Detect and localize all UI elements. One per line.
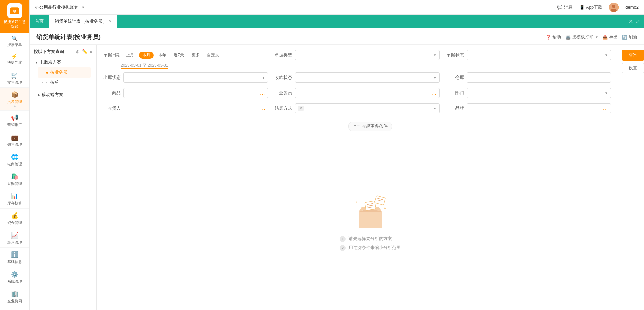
sidebar-item-enterprise[interactable]: 🏢 企业协同 xyxy=(0,287,29,306)
sidebar-item-marketing[interactable]: 📢 营销推广 xyxy=(0,111,29,130)
mobile-scheme-header[interactable]: ▶ 移动端方案 xyxy=(32,90,94,100)
date-more-button[interactable]: 更多 xyxy=(189,51,202,59)
help-button[interactable]: ❓ 帮助 xyxy=(546,34,561,40)
sidebar-item-operation[interactable]: 📈 经营管理 xyxy=(0,228,29,248)
print-button[interactable]: 🖨️ 按模板打印 ▼ xyxy=(565,34,598,40)
scheme-item-salesman[interactable]: ● 按业务员 xyxy=(38,67,91,78)
collapse-button[interactable]: ⌃⌃ 收起更多条件 xyxy=(348,122,392,131)
department-select[interactable]: ▼ xyxy=(467,88,611,98)
docstatus-arrow-icon: ▼ xyxy=(605,53,608,57)
left-panel: 按以下方案查询 ⊕ ✏️ « ▼ 电脑端方案 xyxy=(30,45,97,310)
docstatus-select[interactable]: ▼ xyxy=(467,50,611,60)
enterprise-icon: 🏢 xyxy=(11,290,18,298)
date-7days-button[interactable]: 近7天 xyxy=(171,51,187,59)
export-icon: 📤 xyxy=(602,35,608,40)
warehouse-label: 仓库 xyxy=(446,74,464,81)
sidebar-item-purchase[interactable]: 🛍️ 采购管理 xyxy=(0,169,29,189)
print-dropdown-icon[interactable]: ▼ xyxy=(595,35,598,39)
sidebar-item-inventory[interactable]: 📊 库存核算 xyxy=(0,189,29,208)
user-avatar[interactable] xyxy=(609,3,619,12)
sidebar-item-newbie[interactable]: 🎓 新手引导 xyxy=(0,306,29,310)
product-label: 商品 xyxy=(103,90,121,96)
settings-button[interactable]: 设置 xyxy=(622,63,644,73)
receiver-label: 收货人 xyxy=(103,105,121,111)
breadcrumb-text: 办公用品行业模拟账套 xyxy=(35,4,78,10)
sidebar-item-label: 库存核算 xyxy=(7,201,22,205)
sidebar-item-finance[interactable]: 💰 资金管理 xyxy=(0,209,29,228)
tab-close-button[interactable]: × xyxy=(109,19,111,24)
payment-label: 收款状态 xyxy=(275,74,292,81)
edit-scheme-button[interactable]: ✏️ xyxy=(82,49,88,54)
svg-text:✦: ✦ xyxy=(355,200,358,204)
sidebar-item-ecommerce[interactable]: 🌐 电商管理 xyxy=(0,150,29,169)
tab-expand-button[interactable]: ⤢ xyxy=(636,18,640,25)
department-arrow-icon: ▼ xyxy=(605,91,608,95)
collapse-panel-button[interactable]: « xyxy=(90,49,92,54)
date-custom-button[interactable]: 自定义 xyxy=(204,51,222,59)
content-area: 销货单统计表(按业务员) ❓ 帮助 🖨️ 按模板打印 ▼ 📤 导出 xyxy=(30,28,644,310)
collapse-bar: ⌃⌃ 收起更多条件 xyxy=(97,119,644,134)
settlement-select[interactable]: × ▼ xyxy=(295,103,439,113)
warehouse-select[interactable]: … xyxy=(467,72,611,83)
filter-row-1: 单据日期 上月 本月 本年 近7天 更多 自定义 xyxy=(103,50,611,60)
filter-section-wrapper: 单据日期 上月 本月 本年 近7天 更多 自定义 xyxy=(97,45,644,119)
desktop-scheme-label: 电脑端方案 xyxy=(40,59,61,65)
sidebar-item-wholesale[interactable]: 📦 批发管理 ▲ xyxy=(0,88,29,111)
add-scheme-button[interactable]: ⊕ xyxy=(76,49,80,54)
collapse-icon: ⌃⌃ xyxy=(353,124,360,129)
quicknav-item[interactable]: ⚡ 快捷导航 xyxy=(0,50,29,68)
tab-active[interactable]: 销货单统计表（按业务员） × xyxy=(49,15,117,28)
doctype-arrow-icon: ▼ xyxy=(433,53,437,57)
receiver-select[interactable]: … xyxy=(123,103,268,113)
doctype-select[interactable]: ▼ xyxy=(295,50,439,60)
query-button[interactable]: 查询 xyxy=(622,50,644,61)
arrow-icon: ▲ xyxy=(13,104,17,108)
sidebar-item-basic[interactable]: ℹ️ 基础信息 xyxy=(0,248,29,267)
outstatus-select[interactable]: ▼ xyxy=(123,72,268,83)
product-dots-icon[interactable]: … xyxy=(260,90,265,96)
sidebar-logo[interactable]: 畅 畅捷通好生意 标账 xyxy=(0,0,29,33)
warehouse-dots-icon[interactable]: … xyxy=(603,74,608,81)
brand-select[interactable]: … xyxy=(467,103,611,113)
product-select[interactable]: … xyxy=(123,88,268,98)
message-label: 消息 xyxy=(564,4,573,10)
collapse-label: 收起更多条件 xyxy=(362,123,388,130)
receiver-dots-icon[interactable]: … xyxy=(260,105,265,111)
step1-text: 请先选择要分析的方案 xyxy=(348,236,392,242)
date-label: 单据日期 xyxy=(103,52,121,58)
desktop-scheme-items: ● 按业务员 ⋮⋮ 按单 xyxy=(32,67,94,87)
refresh-button[interactable]: 🔄 刷新 xyxy=(622,34,637,40)
salesman-select[interactable]: … xyxy=(295,88,439,98)
svg-rect-6 xyxy=(359,212,382,228)
desktop-scheme-header[interactable]: ▼ 电脑端方案 xyxy=(32,57,94,67)
settlement-tag-close[interactable]: × xyxy=(300,106,302,111)
sidebar-item-system[interactable]: ⚙️ 系统管理 xyxy=(0,267,29,287)
payment-select[interactable]: ▼ xyxy=(295,72,439,83)
svg-text:✦: ✦ xyxy=(383,206,387,211)
tab-close-all-button[interactable]: ✕ xyxy=(629,18,633,25)
svg-rect-14 xyxy=(375,196,386,205)
filter-receiver-item: 收货人 … xyxy=(103,103,268,113)
brand-dots-icon[interactable]: … xyxy=(603,105,608,111)
breadcrumb-dropdown-icon[interactable]: ▼ xyxy=(81,5,85,9)
sidebar-item-label: 企业协同 xyxy=(7,299,22,303)
date-prev-month-button[interactable]: 上月 xyxy=(123,51,137,59)
message-button[interactable]: 💬 消息 xyxy=(557,4,573,10)
filter-payment-item: 收款状态 ▼ xyxy=(275,72,439,83)
date-this-year-button[interactable]: 本年 xyxy=(156,51,169,59)
sidebar-item-retail[interactable]: 🛒 零售管理 xyxy=(0,68,29,88)
export-button[interactable]: 📤 导出 xyxy=(602,34,618,40)
tab-home[interactable]: 首页 xyxy=(30,15,49,28)
date-this-month-button[interactable]: 本月 xyxy=(139,52,154,59)
search-nav-item[interactable]: 🔍 搜索菜单 xyxy=(0,33,29,50)
filter-settlement-item: 结算方式 × ▼ xyxy=(275,103,439,113)
step2-text: 用过滤条件来缩小分析范围 xyxy=(348,245,401,251)
operation-icon: 📈 xyxy=(11,231,18,239)
app-download-button[interactable]: 📱 App下载 xyxy=(579,4,602,10)
scheme-item-by-order[interactable]: ⋮⋮ 按单 xyxy=(38,78,91,87)
sidebar-item-sales[interactable]: 💼 销售管理 xyxy=(0,130,29,150)
date-range-text: 2023-03-01 至 2023-03-31 xyxy=(121,63,168,69)
salesman-scheme-icon: ● xyxy=(46,70,48,75)
salesman-dots-icon[interactable]: … xyxy=(431,90,437,96)
empty-step-2: 2 用过滤条件来缩小分析范围 xyxy=(340,245,401,251)
